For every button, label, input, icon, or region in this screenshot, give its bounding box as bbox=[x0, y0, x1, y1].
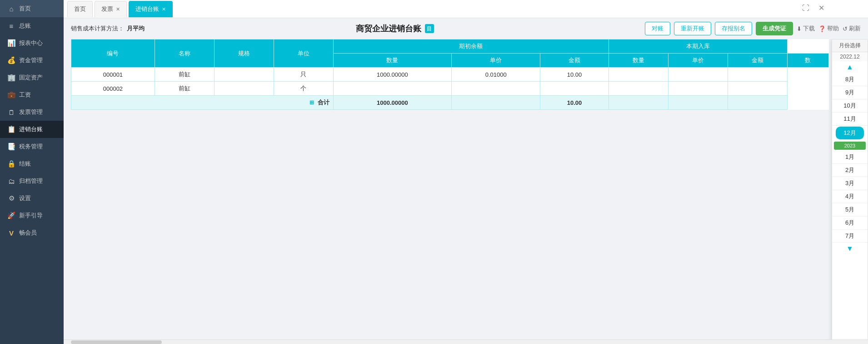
row1-opening-qty: 1000.00000 bbox=[333, 68, 452, 82]
subtotal-label: ⊞ 合计 bbox=[71, 96, 334, 110]
ledger-table: 编号 名称 规格 单位 期初余额 本期入库 数量 单价 金额 数量 bbox=[71, 39, 829, 110]
table-row: 000002 前缸 个 bbox=[71, 82, 829, 96]
download-label: 下载 bbox=[803, 25, 815, 33]
action-buttons: 对账 重新开账 存报别名 生成凭证 ⬇ 下载 ❓ 帮助 ↺ 刷新 bbox=[645, 22, 861, 35]
subtotal-icon: ⊞ bbox=[309, 99, 314, 106]
sidebar-item-label: 新手引导 bbox=[19, 211, 43, 220]
duizhang-button[interactable]: 对账 bbox=[645, 22, 670, 35]
download-button[interactable]: ⬇ 下载 bbox=[797, 25, 815, 33]
month-picker-7[interactable]: 7月 bbox=[832, 230, 868, 243]
assets-icon: 🏢 bbox=[7, 74, 15, 82]
month-picker-1[interactable]: 1月 bbox=[832, 151, 868, 164]
tab-home[interactable]: 首页 bbox=[67, 1, 93, 17]
month-picker-title: 月份选择 bbox=[832, 39, 868, 52]
sidebar-item-label: 税务管理 bbox=[19, 143, 43, 151]
sidebar-item-archive-management[interactable]: 🗂 归档管理 bbox=[0, 172, 64, 190]
month-picker-9[interactable]: 9月 bbox=[832, 86, 868, 99]
row1-opening-amount: 10.00 bbox=[540, 68, 609, 82]
ledger-icon: ≡ bbox=[7, 22, 15, 30]
toolbar-row: 销售成本计算方法： 月平均 商贸企业进销台账 目 对账 重新开账 存报别名 生成… bbox=[64, 18, 868, 39]
subtotal-opening-amount: 10.00 bbox=[540, 96, 609, 110]
generate-button[interactable]: 生成凭证 bbox=[756, 22, 793, 35]
subtotal-in-qty bbox=[609, 96, 668, 110]
subtotal-in-price bbox=[668, 96, 728, 110]
sub-header-opening-price: 单价 bbox=[452, 54, 540, 68]
month-picker-10[interactable]: 10月 bbox=[832, 99, 868, 113]
table-icon: 目 bbox=[425, 24, 434, 33]
close-button[interactable]: ✕ bbox=[816, 3, 827, 13]
month-picker-11[interactable]: 11月 bbox=[832, 113, 868, 126]
chongxin-button[interactable]: 重新开账 bbox=[674, 22, 711, 35]
row2-id: 000002 bbox=[71, 82, 155, 96]
row1-opening-price: 0.01000 bbox=[452, 68, 540, 82]
sub-header-in-price: 单价 bbox=[668, 54, 728, 68]
guide-icon: 🚀 bbox=[7, 211, 15, 220]
month-picker-3[interactable]: 3月 bbox=[832, 177, 868, 190]
sidebar-item-trade-ledger[interactable]: 📋 进销台账 bbox=[0, 121, 64, 138]
tab-trade-ledger-label: 进销台账 bbox=[135, 5, 159, 13]
sidebar-item-close-account[interactable]: 🔒 结账 bbox=[0, 155, 64, 172]
sidebar-item-tax-management[interactable]: 📑 税务管理 bbox=[0, 138, 64, 155]
tab-trade-ledger[interactable]: 进销台账 ✕ bbox=[129, 1, 173, 17]
sub-header-extra: 数 bbox=[787, 54, 828, 68]
tab-bar: 首页 发票 ✕ 进销台账 ✕ bbox=[64, 0, 868, 18]
sidebar-item-settings[interactable]: ⚙ 设置 bbox=[0, 190, 64, 207]
sidebar-item-label: 设置 bbox=[19, 194, 31, 202]
tab-trade-ledger-close-icon[interactable]: ✕ bbox=[162, 6, 166, 12]
row1-spec bbox=[214, 68, 274, 82]
maximize-button[interactable]: ⛶ bbox=[799, 3, 812, 13]
month-picker-up-arrow[interactable]: ▲ bbox=[832, 61, 868, 73]
sidebar-item-label: 首页 bbox=[19, 5, 31, 13]
month-picker-4[interactable]: 4月 bbox=[832, 190, 868, 203]
tab-invoice-label: 发票 bbox=[101, 5, 113, 13]
tab-invoice[interactable]: 发票 ✕ bbox=[95, 1, 127, 17]
sidebar-item-new-guide[interactable]: 🚀 新手引导 bbox=[0, 207, 64, 224]
tab-invoice-close-icon[interactable]: ✕ bbox=[116, 6, 120, 12]
refresh-button[interactable]: ↺ 刷新 bbox=[843, 25, 861, 33]
sidebar-item-label: 归档管理 bbox=[19, 177, 43, 185]
month-picker-2[interactable]: 2月 bbox=[832, 164, 868, 177]
row2-in-price bbox=[668, 82, 728, 96]
report-icon: 📊 bbox=[7, 39, 15, 47]
sidebar-item-fund-management[interactable]: 💰 资金管理 bbox=[0, 52, 64, 69]
sidebar-item-fixed-assets[interactable]: 🏢 固定资产 bbox=[0, 69, 64, 86]
sidebar-item-label: 畅会员 bbox=[19, 229, 37, 237]
month-picker-6[interactable]: 6月 bbox=[832, 216, 868, 230]
trade-ledger-icon: 📋 bbox=[7, 125, 15, 133]
sidebar: ⌂ 首页 ≡ 总账 📊 报表中心 💰 资金管理 🏢 固定资产 💼 工资 🗒 发票… bbox=[0, 0, 64, 344]
month-picker-12[interactable]: 12月 bbox=[836, 127, 864, 140]
month-picker-8[interactable]: 8月 bbox=[832, 73, 868, 86]
help-button[interactable]: ❓ 帮助 bbox=[818, 25, 839, 33]
main-content: ⛶ ✕ 首页 发票 ✕ 进销台账 ✕ 销售成本计算方法： 月平均 商贸企业进销台… bbox=[64, 0, 868, 344]
month-picker-down-arrow[interactable]: ▼ bbox=[832, 243, 868, 255]
cundang-button[interactable]: 存报别名 bbox=[715, 22, 752, 35]
sub-header-in-amount: 金额 bbox=[728, 54, 787, 68]
cost-method-label: 销售成本计算方法： bbox=[71, 25, 124, 33]
sidebar-item-home[interactable]: ⌂ 首页 bbox=[0, 0, 64, 17]
table-wrapper: 编号 名称 规格 单位 期初余额 本期入库 数量 单价 金额 数量 bbox=[64, 39, 868, 339]
refresh-icon: ↺ bbox=[843, 25, 848, 32]
row2-in-qty bbox=[609, 82, 668, 96]
month-picker-5[interactable]: 5月 bbox=[832, 203, 868, 216]
sidebar-item-invoice-management[interactable]: 🗒 发票管理 bbox=[0, 103, 64, 121]
sidebar-item-payroll[interactable]: 💼 工资 bbox=[0, 86, 64, 103]
sidebar-item-label: 进销台账 bbox=[19, 125, 43, 133]
sidebar-item-label: 固定资产 bbox=[19, 74, 43, 82]
sidebar-item-report-center[interactable]: 📊 报表中心 bbox=[0, 34, 64, 52]
row2-opening-qty bbox=[333, 82, 452, 96]
bottom-scrollbar[interactable] bbox=[64, 339, 868, 344]
col-header-spec: 规格 bbox=[214, 39, 274, 68]
sidebar-item-general-ledger[interactable]: ≡ 总账 bbox=[0, 17, 64, 34]
window-controls: ⛶ ✕ bbox=[799, 3, 827, 13]
row1-in-amount bbox=[728, 68, 787, 82]
row2-opening-amount bbox=[540, 82, 609, 96]
vip-icon: V bbox=[7, 229, 15, 237]
sidebar-item-vip-member[interactable]: V 畅会员 bbox=[0, 224, 64, 241]
page-title-area: 商贸企业进销台账 目 bbox=[356, 23, 434, 34]
month-picker-year-2023: 2023 bbox=[834, 142, 866, 150]
archive-icon: 🗂 bbox=[7, 177, 15, 185]
invoice-icon: 🗒 bbox=[7, 108, 15, 116]
sidebar-item-label: 发票管理 bbox=[19, 108, 43, 116]
settings-icon: ⚙ bbox=[7, 194, 15, 202]
fund-icon: 💰 bbox=[7, 56, 15, 64]
